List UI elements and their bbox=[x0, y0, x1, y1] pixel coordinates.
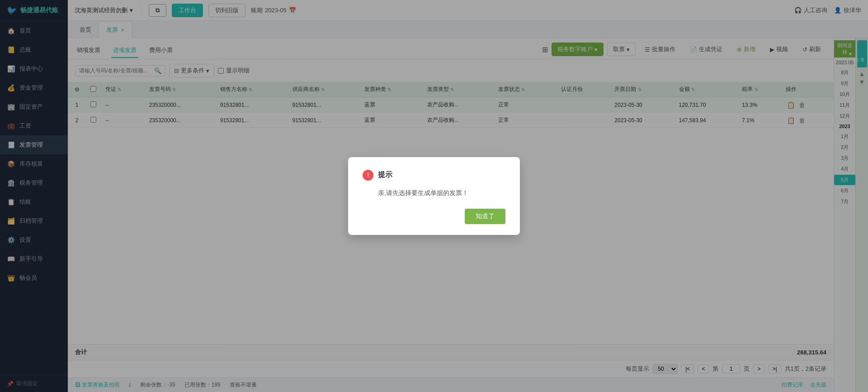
modal-title: 提示 bbox=[378, 170, 392, 180]
modal-header: ! 提示 bbox=[363, 170, 505, 181]
modal-body: 亲,请先选择要生成单据的发票！ bbox=[363, 188, 505, 198]
modal-ok-button[interactable]: 知道了 bbox=[465, 209, 505, 224]
modal-footer: 知道了 bbox=[363, 209, 505, 224]
warning-icon: ! bbox=[363, 170, 373, 181]
modal-overlay: ! 提示 亲,请先选择要生成单据的发票！ 知道了 bbox=[0, 0, 868, 392]
modal-dialog: ! 提示 亲,请先选择要生成单据的发票！ 知道了 bbox=[348, 157, 520, 235]
